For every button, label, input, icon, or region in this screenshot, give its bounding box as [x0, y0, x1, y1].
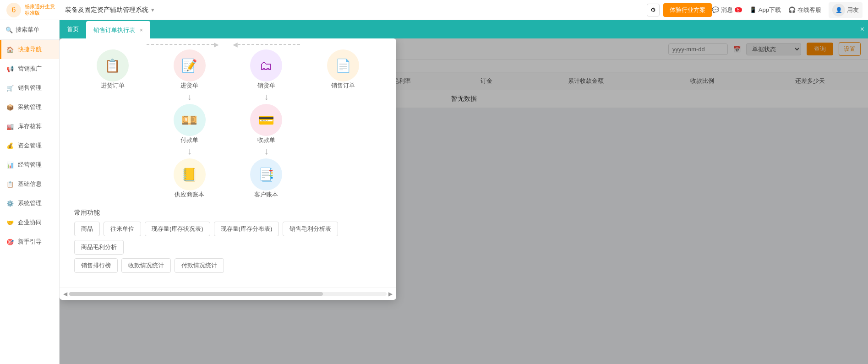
- btn-product-profit[interactable]: 商品毛利分析: [74, 240, 124, 255]
- flow-node-receipt[interactable]: 💳 收款单: [228, 104, 305, 144]
- scroll-left-icon[interactable]: ◀: [63, 291, 67, 297]
- btn-stock-status[interactable]: 现存量(库存状况表): [145, 222, 210, 236]
- scroll-right-icon[interactable]: ▶: [388, 291, 393, 297]
- sidebar: 🔍 搜索菜单 🏠 快捷导航 📢 营销推广 🛒 销售管理 📦: [0, 20, 60, 364]
- sidebar-item-marketing[interactable]: 📢 营销推广: [0, 59, 59, 78]
- purchase-order-icon: 📋: [97, 49, 129, 81]
- flow-node-customer-ledger[interactable]: 📑 客户账本: [228, 158, 305, 199]
- receipt-icon: 💳: [250, 104, 282, 136]
- message-button[interactable]: 💬 消息 5: [712, 6, 742, 14]
- empty-col4-row4: [305, 144, 382, 158]
- tab-home[interactable]: 首页: [60, 20, 86, 38]
- purchase-bill-label: 进货单: [180, 81, 198, 90]
- home-icon: 🏠: [6, 45, 14, 54]
- logo-text: 畅康通好生意 标准版: [25, 4, 55, 16]
- arrow-col3-row4: ↓: [228, 144, 305, 158]
- sidebar-item-finance[interactable]: 💰 资金管理: [0, 136, 59, 155]
- common-functions-section: 常用功能 商品 往来单位 现存量(库存状况表) 现存量(库存分布表) 销售毛利分…: [74, 203, 382, 280]
- flow-node-sales-bill[interactable]: 🗂 销货单: [228, 49, 305, 90]
- sidebar-item-inventory[interactable]: 🏭 库存核算: [0, 117, 59, 136]
- system-name: 装备及固定资产辅助管理系统: [65, 6, 148, 14]
- btn-payment-stats[interactable]: 付款情况统计: [175, 258, 224, 273]
- system-icon: ⚙️: [6, 199, 14, 207]
- sidebar-item-basic-info[interactable]: 📋 基础信息: [0, 174, 59, 194]
- dropdown-icon[interactable]: ▾: [151, 6, 154, 13]
- purchase-icon: 📦: [6, 103, 14, 111]
- modal-box: 📋 进货订单 📝 进货单 🗂 销货单: [60, 38, 396, 300]
- flow-node-payment[interactable]: 💴 付款单: [151, 104, 228, 144]
- scroll-track[interactable]: [69, 292, 387, 296]
- arrow-down-sales: ↓: [264, 92, 268, 102]
- inventory-icon: 🏭: [6, 122, 14, 130]
- arrow-down-payment: ↓: [187, 146, 192, 157]
- user-tag[interactable]: 👤 用友: [829, 2, 863, 18]
- sidebar-item-label: 库存核算: [18, 122, 42, 130]
- sidebar-item-collab[interactable]: 🤝 企业协同: [0, 213, 59, 232]
- sidebar-item-sales[interactable]: 🛒 销售管理: [0, 78, 59, 98]
- search-menu-button[interactable]: 🔍 搜索菜单: [4, 24, 55, 36]
- sidebar-item-operations[interactable]: 📊 经营管理: [0, 155, 59, 174]
- empty-col1-row5: [74, 158, 151, 199]
- finance-icon: 💰: [6, 141, 14, 150]
- customer-ledger-label: 客户账本: [254, 190, 278, 199]
- sidebar-item-guide[interactable]: 🎯 新手引导: [0, 232, 59, 251]
- sidebar-nav: 🏠 快捷导航 📢 营销推广 🛒 销售管理 📦 采购管理 🏭 库存核: [0, 40, 59, 364]
- tab-bar: 首页 销售订单执行表 × ×: [60, 20, 868, 38]
- download-icon: 📱: [749, 6, 757, 13]
- arrow-down-receipt: ↓: [264, 146, 268, 157]
- empty-col1-row3: [74, 104, 151, 144]
- content-area: 首页 销售订单执行表 × × ❓ 帮助 🖨 按: [60, 20, 868, 364]
- purchase-bill-icon: 📝: [174, 49, 206, 81]
- btn-receipt-stats[interactable]: 收款情况统计: [121, 258, 171, 273]
- svg-text:6: 6: [12, 6, 16, 14]
- top-right-actions: 💬 消息 5 📱 App下载 🎧 在线客服 👤 用友: [712, 2, 863, 18]
- tab-sales-order[interactable]: 销售订单执行表 ×: [86, 21, 150, 39]
- online-service-button[interactable]: 🎧 在线客服: [788, 6, 821, 14]
- tab-bar-close-icon[interactable]: ×: [860, 25, 864, 33]
- sidebar-item-label: 系统管理: [18, 199, 42, 207]
- guide-icon: 🎯: [6, 238, 14, 246]
- sales-bill-label: 销货单: [257, 81, 275, 90]
- sidebar-item-purchase[interactable]: 📦 采购管理: [0, 98, 59, 117]
- settings-icon[interactable]: ⚙: [647, 4, 660, 16]
- app-download-button[interactable]: 📱 App下载: [749, 6, 781, 14]
- btn-product[interactable]: 商品: [74, 222, 100, 236]
- sidebar-search[interactable]: 🔍 搜索菜单: [0, 20, 59, 40]
- flow-node-supplier-ledger[interactable]: 📒 供应商账本: [151, 158, 228, 199]
- arrow-col4-row2: [305, 90, 382, 104]
- flow-node-sales-order[interactable]: 📄 销售订单: [305, 49, 382, 90]
- flow-node-purchase-order[interactable]: 📋 进货订单: [74, 49, 151, 90]
- sidebar-item-label: 新手引导: [18, 238, 42, 246]
- sidebar-item-label: 基础信息: [18, 180, 42, 188]
- sidebar-item-label: 快捷导航: [18, 45, 42, 54]
- arrow-down-purchase: ↓: [187, 92, 192, 102]
- page-content: ❓ 帮助 🖨 按模板打印 ▾ ⬆ 导出 🔄 刷新: [60, 38, 868, 364]
- service-icon: 🎧: [788, 6, 796, 13]
- arrow-col2-row2: ↓: [151, 90, 228, 104]
- btn-sales-profit[interactable]: 销售毛利分析表: [283, 222, 338, 236]
- flow-node-purchase-bill[interactable]: 📝 进货单: [151, 49, 228, 90]
- btn-sales-rank[interactable]: 销售排行榜: [74, 258, 118, 273]
- collab-icon: 🤝: [6, 218, 14, 227]
- tab-close-icon[interactable]: ×: [140, 27, 143, 33]
- sidebar-item-label: 销售管理: [18, 84, 42, 92]
- sidebar-item-quick-nav[interactable]: 🏠 快捷导航: [0, 40, 59, 59]
- system-title: 装备及固定资产辅助管理系统 ▾: [65, 6, 645, 14]
- sidebar-item-label: 资金管理: [18, 141, 42, 150]
- search-icon: 🔍: [5, 27, 13, 33]
- receipt-label: 收款单: [257, 136, 275, 144]
- arrow-h-4-3: ◀: [233, 41, 300, 48]
- btn-partner[interactable]: 往来单位: [104, 222, 141, 236]
- arrow-col1-row2: [74, 90, 151, 104]
- sidebar-item-label: 经营管理: [18, 161, 42, 169]
- supplier-ledger-label: 供应商账本: [175, 190, 204, 199]
- sidebar-item-system[interactable]: ⚙️ 系统管理: [0, 194, 59, 213]
- btn-stock-dist[interactable]: 现存量(库存分布表): [214, 222, 279, 236]
- modal-overlay: 📋 进货订单 📝 进货单 🗂 销货单: [60, 38, 868, 364]
- purchase-order-label: 进货订单: [101, 81, 125, 90]
- sales-icon: 🛒: [6, 84, 14, 92]
- logo-area: 6 畅康通好生意 标准版: [5, 2, 65, 18]
- sales-order-label: 销售订单: [331, 81, 355, 90]
- trial-button[interactable]: 体验行业方案: [663, 3, 712, 17]
- empty-col4-row5: [305, 158, 382, 199]
